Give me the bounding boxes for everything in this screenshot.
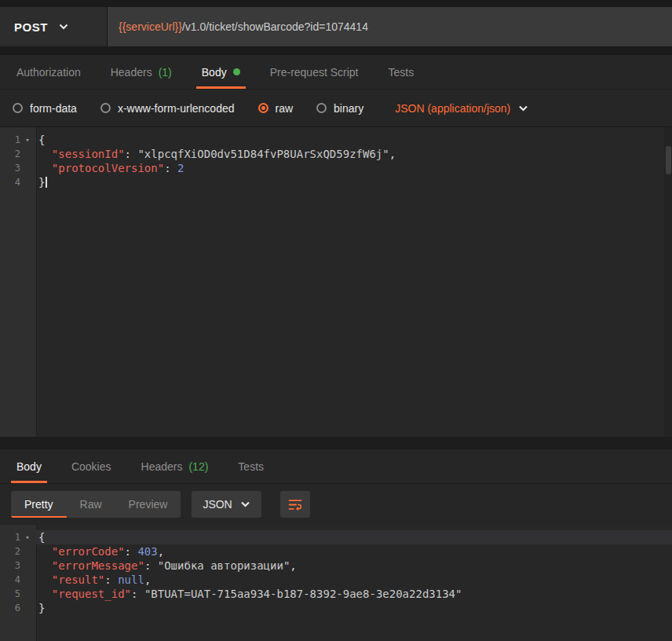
radio-raw[interactable]: raw xyxy=(258,102,294,115)
code-line: 1▾{ xyxy=(0,530,672,544)
fold-spacer xyxy=(20,573,35,587)
tab-tests[interactable]: Tests xyxy=(374,55,429,89)
request-code-lines: 1▾{2 "sessionId": "xlpcqfXiOD0dv51D84fvP… xyxy=(0,133,672,189)
tab-label: Body xyxy=(202,66,227,79)
tab-pre-request-script[interactable]: Pre-request Script xyxy=(255,55,374,89)
code-line: 4} xyxy=(0,175,672,189)
chevron-down-icon xyxy=(240,501,250,507)
line-gutter: 3 xyxy=(0,161,36,175)
radio-x-www-form-urlencoded[interactable]: x-www-form-urlencoded xyxy=(100,102,235,115)
request-url-bar: POST {{serviceUrl}}/v1.0/ticket/showBarc… xyxy=(0,0,672,55)
fold-spacer xyxy=(20,559,35,573)
line-number: 3 xyxy=(0,559,20,573)
line-number: 2 xyxy=(0,147,20,161)
line-gutter: 2 xyxy=(0,544,36,559)
fold-caret-icon[interactable]: ▾ xyxy=(20,530,35,544)
response-view-switcher: Pretty Raw Preview xyxy=(11,491,181,518)
green-dot-icon xyxy=(233,68,240,75)
line-gutter: 5 xyxy=(0,587,36,601)
view-raw-button[interactable]: Raw xyxy=(67,491,115,518)
radio-label: x-www-form-urlencoded xyxy=(118,102,235,115)
code-line: 5 "request_id": "BTUAT=UAT-715aa934-b187… xyxy=(0,587,672,601)
tab-headers[interactable]: Headers (1) xyxy=(96,55,187,89)
code-line: 1▾{ xyxy=(0,133,672,147)
line-number: 1 xyxy=(0,530,20,544)
code-text: { xyxy=(36,530,672,544)
fold-spacer xyxy=(20,161,35,175)
method-label: POST xyxy=(14,20,48,34)
line-gutter: 2 xyxy=(0,147,36,161)
line-number: 4 xyxy=(0,175,20,189)
format-label: JSON xyxy=(203,498,232,511)
line-gutter: 1▾ xyxy=(0,133,36,147)
scrollbar-thumb[interactable] xyxy=(666,146,671,174)
tab-label: Headers xyxy=(111,66,152,79)
tab-response-headers[interactable]: Headers (12) xyxy=(126,449,224,483)
line-number: 6 xyxy=(0,601,20,615)
url-environment-variable: {{serviceUrl}} xyxy=(119,20,182,33)
pane-splitter[interactable] xyxy=(0,437,672,449)
line-number: 4 xyxy=(0,573,20,587)
fold-spacer xyxy=(20,544,35,559)
tab-label: Body xyxy=(16,460,42,473)
response-body-editor[interactable]: 1▾{2 "errorCode": 403,3 "errorMessage": … xyxy=(0,525,672,641)
wrap-lines-button[interactable] xyxy=(280,491,310,518)
line-gutter: 4 xyxy=(0,175,36,189)
scrollbar-track[interactable] xyxy=(664,127,672,437)
chevron-down-icon xyxy=(518,105,528,112)
code-text: "result": null, xyxy=(36,573,672,587)
view-label: Raw xyxy=(80,498,102,511)
code-text: } xyxy=(36,175,672,189)
headers-count-badge: (12) xyxy=(188,460,208,473)
fold-spacer xyxy=(20,587,35,601)
code-text: "request_id": "BTUAT=UAT-715aa934-b187-8… xyxy=(36,587,672,601)
line-number: 2 xyxy=(0,544,20,559)
line-number: 5 xyxy=(0,587,20,601)
tab-label: Authorization xyxy=(16,66,81,79)
fold-caret-icon[interactable]: ▾ xyxy=(20,133,35,147)
tab-response-tests[interactable]: Tests xyxy=(223,449,279,483)
view-preview-button[interactable]: Preview xyxy=(115,491,181,518)
code-line: 2 "sessionId": "xlpcqfXiOD0dv51D84fvP8UA… xyxy=(0,147,672,161)
radio-icon xyxy=(316,103,327,113)
code-text: "errorCode": 403, xyxy=(36,544,672,559)
tab-label: Headers xyxy=(141,460,183,473)
radio-form-data[interactable]: form-data xyxy=(13,102,77,115)
line-gutter: 1▾ xyxy=(0,530,36,544)
tab-response-body[interactable]: Body xyxy=(2,449,57,483)
tab-label: Tests xyxy=(238,460,264,473)
code-line: 3 "errorMessage": "Ошибка авторизации", xyxy=(0,559,672,573)
request-row: POST {{serviceUrl}}/v1.0/ticket/showBarc… xyxy=(0,7,672,46)
radio-label: binary xyxy=(334,102,363,115)
tab-label: Cookies xyxy=(71,460,111,473)
radio-label: form-data xyxy=(30,102,77,115)
tab-label: Pre-request Script xyxy=(270,66,359,79)
line-number: 3 xyxy=(0,161,20,175)
radio-label: raw xyxy=(276,102,294,115)
body-type-row: form-data x-www-form-urlencoded raw bina… xyxy=(0,90,672,127)
response-toolbar: Pretty Raw Preview JSON xyxy=(0,484,672,525)
response-format-select[interactable]: JSON xyxy=(192,491,261,518)
wrap-lines-icon xyxy=(287,498,303,511)
request-tabs: Authorization Headers (1) Body Pre-reque… xyxy=(0,55,672,90)
tab-cookies[interactable]: Cookies xyxy=(57,449,126,483)
postman-app: POST {{serviceUrl}}/v1.0/ticket/showBarc… xyxy=(0,0,672,641)
radio-binary[interactable]: binary xyxy=(316,102,363,115)
code-text: "protocolVersion": 2 xyxy=(36,161,672,175)
radio-selected-icon xyxy=(258,103,268,113)
radio-icon xyxy=(100,103,111,113)
code-line: 4 "result": null, xyxy=(0,573,672,587)
response-tabs: Body Cookies Headers (12) Tests xyxy=(0,449,672,484)
url-input[interactable]: {{serviceUrl}}/v1.0/ticket/showBarcode?i… xyxy=(108,7,672,46)
url-path: /v1.0/ticket/showBarcode?id=1074414 xyxy=(182,20,368,33)
code-line: 6} xyxy=(0,601,672,615)
line-gutter: 4 xyxy=(0,573,36,587)
view-pretty-button[interactable]: Pretty xyxy=(11,491,67,518)
content-type-select[interactable]: JSON (application/json) xyxy=(395,102,528,115)
method-select[interactable]: POST xyxy=(0,7,108,46)
line-number: 1 xyxy=(0,133,20,147)
tab-authorization[interactable]: Authorization xyxy=(2,55,96,89)
view-label: Pretty xyxy=(24,498,53,511)
tab-body[interactable]: Body xyxy=(187,55,255,89)
request-body-editor[interactable]: 1▾{2 "sessionId": "xlpcqfXiOD0dv51D84fvP… xyxy=(0,127,672,437)
